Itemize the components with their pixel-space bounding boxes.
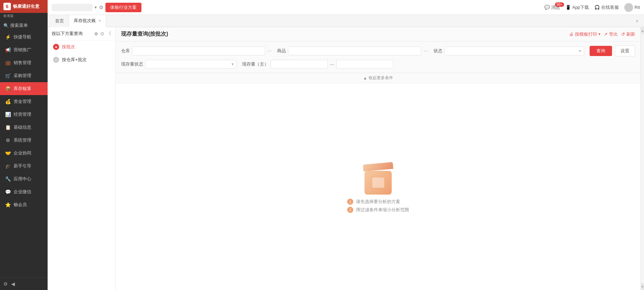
topbar-chevron-icon[interactable]: ▾ bbox=[95, 5, 97, 10]
add-plan-icon[interactable]: ⊕ bbox=[94, 31, 98, 36]
settings-plan-icon[interactable]: ⊙ bbox=[100, 31, 104, 36]
sidebar-item-inventory[interactable]: 📦 库存核算 bbox=[0, 82, 48, 95]
refresh-btn[interactable]: ↺ 刷新 bbox=[621, 31, 635, 37]
message-badge: 99+ bbox=[555, 2, 564, 7]
sidebar-item-label: 经营管理 bbox=[14, 111, 31, 117]
tab-close-all-icon[interactable]: × bbox=[633, 18, 641, 24]
query-btn[interactable]: 查询 bbox=[590, 46, 612, 56]
empty-box-body bbox=[365, 171, 392, 195]
sidebar-collapse-icon[interactable]: ◀ bbox=[11, 281, 15, 287]
operation-icon: 📊 bbox=[5, 111, 11, 117]
sidebar-item-purchase[interactable]: 🛒 采购管理 bbox=[0, 69, 48, 82]
sidebar-item-sales[interactable]: 💼 销售管理 bbox=[0, 56, 48, 69]
sidebar-item-label: 基础信息 bbox=[14, 124, 31, 130]
warehouse-label: 仓库 bbox=[121, 48, 130, 54]
filter-row-2: 现存量状态 ▾ 现存量（主） — bbox=[121, 60, 635, 69]
sidebar-item-quick-nav[interactable]: ⚡ 快捷导航 bbox=[0, 31, 48, 43]
enterprise-icon: 🤝 bbox=[5, 150, 11, 156]
topbar-left: ▾ ⚙ 体验行业方案 bbox=[52, 3, 542, 12]
empty-hint-2: 2 用过滤条件来缩小分析范围 bbox=[347, 207, 409, 213]
stock-qty-label: 现存量（主） bbox=[242, 61, 269, 67]
search-menu-item[interactable]: 🔍 搜索菜单 bbox=[0, 20, 48, 31]
filter-actions: 查询 设置 bbox=[590, 46, 635, 56]
stock-qty-to-input[interactable] bbox=[336, 60, 393, 69]
collapse-more-btn[interactable]: ▲ 收起更多条件 bbox=[116, 73, 641, 83]
app-logo: 6 bbox=[3, 3, 11, 10]
plan-label-batch: 按批次 bbox=[62, 44, 75, 50]
sidebar-item-marketing[interactable]: 📢 营销推广 bbox=[0, 43, 48, 56]
app-download-label: App下载 bbox=[572, 4, 589, 11]
sidebar-item-app-center[interactable]: 🔧 应用中心 bbox=[0, 173, 48, 185]
online-service-label: 在线客服 bbox=[601, 4, 619, 11]
stock-status-select[interactable]: ▾ bbox=[145, 60, 237, 69]
scrollbar-track bbox=[641, 34, 644, 283]
sidebar-item-basic[interactable]: 📋 基础信息 bbox=[0, 121, 48, 134]
message-icon: 💬 bbox=[544, 5, 550, 10]
message-btn[interactable]: 💬 消息 99+ bbox=[544, 4, 560, 11]
sidebar-item-newbie[interactable]: 🎓 新手引导 bbox=[0, 160, 48, 173]
tab-inventory-batch[interactable]: 库存批次账 × bbox=[69, 15, 106, 27]
system-icon: ⚙ bbox=[5, 137, 11, 143]
sidebar-item-label: 系统管理 bbox=[14, 137, 31, 143]
export-btn[interactable]: ↗ 导出 bbox=[604, 31, 618, 37]
stock-qty-from-input[interactable] bbox=[271, 60, 328, 69]
template-print-arrow: ▾ bbox=[598, 32, 600, 36]
sidebar-header: 6 畅康通好生意 bbox=[0, 0, 48, 13]
tab-home[interactable]: 首页 bbox=[50, 15, 69, 27]
sidebar-item-label: 企业微信 bbox=[14, 189, 31, 195]
warehouse-input[interactable] bbox=[132, 47, 265, 55]
stock-status-label: 现存量状态 bbox=[121, 61, 143, 67]
topbar-search-input[interactable] bbox=[52, 4, 92, 11]
tab-home-label: 首页 bbox=[55, 18, 64, 24]
stock-qty-dash: — bbox=[330, 62, 334, 67]
empty-box-face bbox=[372, 178, 384, 188]
online-service-btn[interactable]: 🎧 在线客服 bbox=[594, 4, 619, 11]
warehouse-more-icon[interactable]: ··· bbox=[267, 48, 272, 54]
inventory-icon: 📦 bbox=[5, 86, 11, 92]
sidebar-item-wechat[interactable]: 💬 企业微信 bbox=[0, 185, 48, 198]
template-print-btn[interactable]: 🖨 按模板打印 ▾ bbox=[569, 31, 600, 37]
app-download-btn[interactable]: 📱 App下载 bbox=[565, 4, 589, 11]
goods-input[interactable] bbox=[288, 47, 421, 55]
filter-warehouse: 仓库 ··· bbox=[121, 47, 272, 55]
sidebar-item-enterprise[interactable]: 🤝 企业协同 bbox=[0, 147, 48, 160]
plan-icon-warehouse-batch: ○ bbox=[53, 57, 59, 63]
headset-icon: 🎧 bbox=[594, 5, 600, 10]
sidebar-item-system[interactable]: ⚙ 系统管理 bbox=[0, 134, 48, 147]
left-panel: 按以下方案查询 ⊕ ⊙ 《 ● 按批次 ○ 按仓库+批次 bbox=[48, 27, 116, 290]
sidebar-item-member[interactable]: ⭐ 畅会员 bbox=[0, 198, 48, 211]
left-panel-header-icons: ⊕ ⊙ 《 bbox=[94, 31, 111, 37]
sidebar-item-finance[interactable]: 💰 资金管理 bbox=[0, 95, 48, 108]
sidebar-item-label: 畅会员 bbox=[14, 202, 27, 208]
status-select[interactable]: ▾ bbox=[444, 47, 584, 55]
main-area: ▾ ⚙ 体验行业方案 💬 消息 99+ 📱 App下载 🎧 在线客服 Rit bbox=[48, 0, 644, 290]
sidebar-item-label: 新手引导 bbox=[14, 163, 31, 169]
export-icon: ↗ bbox=[604, 32, 608, 37]
goods-more-icon[interactable]: ··· bbox=[423, 48, 428, 54]
scrollbar-up-btn[interactable]: ▲ bbox=[641, 27, 644, 34]
goods-label: 商品 bbox=[277, 48, 286, 54]
plan-label-warehouse-batch: 按仓库+批次 bbox=[62, 57, 87, 63]
search-icon: 🔍 bbox=[3, 23, 9, 28]
plan-item-by-batch[interactable]: ● 按批次 bbox=[48, 40, 115, 53]
scrollbar-down-btn[interactable]: ▼ bbox=[641, 283, 644, 290]
filter-settings-btn[interactable]: 设置 bbox=[615, 46, 635, 56]
app-name: 畅康通好生意 bbox=[13, 3, 39, 10]
topbar-gear-icon[interactable]: ⚙ bbox=[99, 4, 103, 11]
tab-close-icon[interactable]: × bbox=[99, 18, 101, 23]
plan-item-by-warehouse-batch[interactable]: ○ 按仓库+批次 bbox=[48, 53, 115, 66]
sidebar-item-label: 销售管理 bbox=[14, 60, 31, 66]
user-menu[interactable]: Rit bbox=[624, 3, 640, 12]
bottom-settings-icon[interactable]: ⚙ bbox=[3, 281, 8, 287]
empty-hints: 1 请先选择要分析的方案 2 用过滤条件来缩小分析范围 bbox=[347, 199, 409, 213]
sales-icon: 💼 bbox=[5, 60, 11, 66]
hint-2-num: 2 bbox=[347, 207, 353, 213]
sidebar-item-operation[interactable]: 📊 经营管理 bbox=[0, 108, 48, 121]
finance-icon: 💰 bbox=[5, 98, 11, 105]
collapse-label: 收起更多条件 bbox=[369, 75, 393, 81]
collapse-panel-icon[interactable]: 《 bbox=[106, 31, 111, 37]
search-menu-label: 搜索菜单 bbox=[10, 22, 28, 29]
experience-btn[interactable]: 体验行业方案 bbox=[105, 3, 141, 12]
topbar: ▾ ⚙ 体验行业方案 💬 消息 99+ 📱 App下载 🎧 在线客服 Rit bbox=[48, 0, 644, 15]
newbie-icon: 🎓 bbox=[5, 163, 11, 169]
